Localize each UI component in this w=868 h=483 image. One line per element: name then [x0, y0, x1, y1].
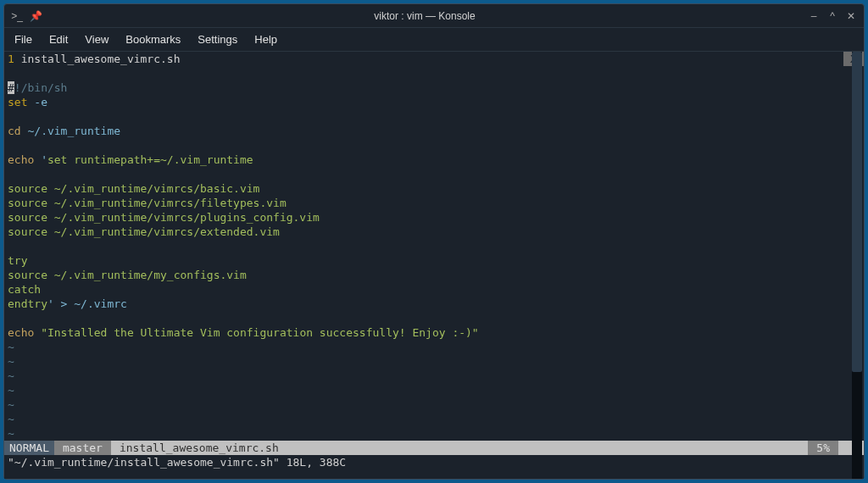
code-line: ' [34, 153, 47, 166]
vim-cmdline[interactable]: "~/.vim_runtime/install_awesome_vimrc.sh… [4, 455, 864, 469]
tabline-fill [184, 52, 844, 66]
code-line-blank [8, 139, 14, 152]
tilde-line: ~ [8, 369, 14, 382]
code-line: ~/.vim_runtime [21, 125, 120, 137]
menu-file[interactable]: File [14, 33, 32, 46]
code-line: source ~/.vim_runtime/vimrcs/filetypes.v… [8, 197, 287, 209]
cursor: # [8, 81, 14, 94]
vim-statusline: NORMAL master install_awesome_vimrc.sh 5… [4, 441, 864, 455]
code-line: set runtimepath+=~/.vim_runtime [47, 153, 253, 166]
vim-mode: NORMAL [4, 441, 54, 455]
status-percent: 5% [808, 441, 838, 455]
titlebar[interactable]: >_ 📌 viktor : vim — Konsole – ^ ✕ [4, 4, 864, 28]
menu-bookmarks[interactable]: Bookmarks [125, 33, 181, 46]
maximize-icon[interactable]: ^ [826, 10, 838, 22]
code-line: cd [8, 125, 21, 137]
code-line: "Installed the Ultimate Vim configuratio… [34, 326, 478, 339]
tab-number: 1 [8, 53, 14, 65]
window-title: viktor : vim — Konsole [42, 10, 808, 22]
code-line: source ~/.vim_runtime/vimrcs/extended.vi… [8, 225, 280, 238]
terminal-area[interactable]: 1 install_awesome_vimrc.sh X #!/bin/sh s… [4, 52, 864, 479]
status-filename: install_awesome_vimrc.sh [111, 441, 287, 455]
code-line: echo [8, 326, 34, 339]
code-line: source ~/.vim_runtime/my_configs.vim [8, 269, 247, 281]
menu-edit[interactable]: Edit [49, 33, 68, 46]
terminal-prompt-icon[interactable]: >_ [11, 10, 23, 22]
menu-settings[interactable]: Settings [198, 33, 237, 46]
code-line: !/bin/sh [14, 81, 68, 94]
menu-help[interactable]: Help [254, 33, 277, 46]
tab-filename-text: install_awesome_vimrc.sh [21, 53, 181, 65]
vim-tab-active[interactable]: 1 install_awesome_vimrc.sh [4, 52, 184, 66]
code-line-blank [8, 110, 14, 123]
editor-content[interactable]: #!/bin/sh set -e cd ~/.vim_runtime echo … [4, 66, 864, 441]
scrollbar-thumb[interactable] [852, 52, 862, 372]
code-line: set [8, 96, 27, 108]
code-line: echo [8, 153, 34, 166]
menu-view[interactable]: View [85, 33, 108, 46]
code-line: try [8, 254, 27, 267]
code-line: source ~/.vim_runtime/vimrcs/plugins_con… [8, 211, 320, 224]
code-line: ' > ~/.vimrc [47, 297, 127, 310]
scrollbar[interactable] [852, 52, 862, 479]
tilde-line: ~ [8, 413, 14, 425]
minimize-icon[interactable]: – [808, 10, 820, 22]
tilde-line: ~ [8, 427, 14, 440]
code-line: source ~/.vim_runtime/vimrcs/basic.vim [8, 182, 259, 195]
tilde-line: ~ [8, 384, 14, 397]
code-line: endtry [8, 297, 47, 310]
code-line-blank [8, 240, 14, 253]
tilde-line: ~ [8, 355, 14, 368]
code-line: catch [8, 283, 41, 296]
tilde-line: ~ [8, 398, 14, 411]
tilde-line: ~ [8, 341, 14, 353]
konsole-window: >_ 📌 viktor : vim — Konsole – ^ ✕ File E… [3, 3, 865, 480]
code-line-blank [8, 312, 14, 325]
vim-tabline: 1 install_awesome_vimrc.sh X [4, 52, 864, 66]
menubar: File Edit View Bookmarks Settings Help [4, 28, 864, 52]
git-branch: master [54, 441, 111, 455]
code-line: -e [27, 96, 47, 108]
close-icon[interactable]: ✕ [845, 10, 857, 22]
pin-icon[interactable]: 📌 [30, 10, 42, 22]
code-line-blank [8, 168, 14, 180]
